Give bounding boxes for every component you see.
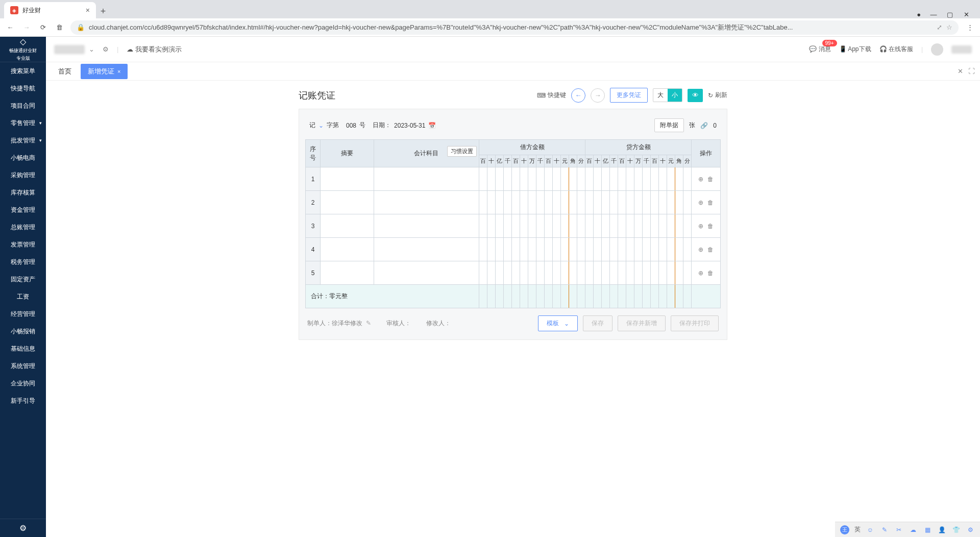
summary-cell[interactable] <box>320 214 374 238</box>
shortcut-button[interactable]: ⌨ 快捷键 <box>537 91 566 100</box>
digit-cell[interactable] <box>569 238 577 261</box>
digit-cell[interactable] <box>528 214 536 238</box>
digit-cell[interactable] <box>626 191 634 214</box>
digit-cell[interactable] <box>602 167 610 191</box>
demo-link[interactable]: ☁ 我要看实例演示 <box>127 45 182 54</box>
ime-person-icon[interactable]: 👤 <box>937 525 946 534</box>
ime-logo-icon[interactable]: 王 <box>840 525 849 534</box>
digit-cell[interactable] <box>594 191 602 214</box>
digit-cell[interactable] <box>512 167 520 191</box>
digit-cell[interactable] <box>545 191 553 214</box>
digit-cell[interactable] <box>504 214 512 238</box>
digit-cell[interactable] <box>487 214 496 238</box>
digit-cell[interactable] <box>569 167 577 191</box>
digit-cell[interactable] <box>626 167 634 191</box>
digit-cell[interactable] <box>659 261 667 285</box>
digit-cell[interactable] <box>683 214 692 238</box>
digit-cell[interactable] <box>683 191 692 214</box>
digit-cell[interactable] <box>626 214 634 238</box>
digit-cell[interactable] <box>577 167 585 191</box>
digit-cell[interactable] <box>659 191 667 214</box>
digit-cell[interactable] <box>643 167 651 191</box>
fullscreen-icon[interactable]: ⛶ <box>968 67 975 75</box>
digit-cell[interactable] <box>618 261 626 285</box>
digit-cell[interactable] <box>585 238 594 261</box>
sidebar-item[interactable]: 库存核算 <box>0 184 46 201</box>
digit-cell[interactable] <box>520 214 528 238</box>
digit-cell[interactable] <box>577 214 585 238</box>
sidebar-item[interactable]: 零售管理▾ <box>0 114 46 132</box>
digit-cell[interactable] <box>504 191 512 214</box>
digit-cell[interactable] <box>487 191 496 214</box>
digit-cell[interactable] <box>602 214 610 238</box>
digit-cell[interactable] <box>577 191 585 214</box>
digit-cell[interactable] <box>569 214 577 238</box>
refresh-button[interactable]: ↻ 刷新 <box>708 91 727 100</box>
digit-cell[interactable] <box>512 191 520 214</box>
digit-cell[interactable] <box>667 238 675 261</box>
reload-button[interactable]: ⟳ <box>38 22 48 33</box>
digit-cell[interactable] <box>536 238 545 261</box>
sidebar-item[interactable]: 小畅电商 <box>0 149 46 166</box>
tab-new-voucher[interactable]: 新增凭证 × <box>81 64 128 79</box>
digit-cell[interactable] <box>528 167 536 191</box>
digit-cell[interactable] <box>553 214 561 238</box>
sidebar-item[interactable]: 采购管理 <box>0 166 46 184</box>
copy-icon[interactable]: ⊕ <box>698 223 703 230</box>
digit-cell[interactable] <box>651 238 659 261</box>
ime-grid-icon[interactable]: ▦ <box>923 525 932 534</box>
copy-icon[interactable]: ⊕ <box>698 199 703 206</box>
digit-cell[interactable] <box>667 261 675 285</box>
template-button[interactable]: 模板 ⌄ <box>538 315 578 331</box>
digit-cell[interactable] <box>610 214 618 238</box>
digit-cell[interactable] <box>594 167 602 191</box>
copy-icon[interactable]: ⊕ <box>698 246 703 253</box>
digit-cell[interactable] <box>634 167 643 191</box>
delete-icon[interactable]: 🗑 <box>707 270 714 277</box>
digit-cell[interactable] <box>602 261 610 285</box>
sidebar-item[interactable]: 企业协同 <box>0 375 46 392</box>
digit-cell[interactable] <box>594 238 602 261</box>
sidebar-logo[interactable]: ◇ 畅捷通好业财 专业版 <box>0 37 46 62</box>
digit-cell[interactable] <box>618 214 626 238</box>
subject-cell[interactable] <box>374 261 479 285</box>
org-selector[interactable]: ⌄ <box>54 45 94 54</box>
delete-icon[interactable]: 🗑 <box>707 223 714 230</box>
close-tab-icon[interactable]: × <box>117 68 120 75</box>
digit-cell[interactable] <box>479 191 487 214</box>
star-icon[interactable]: ☆ <box>946 23 952 31</box>
digit-cell[interactable] <box>643 261 651 285</box>
digit-cell[interactable] <box>634 261 643 285</box>
digit-cell[interactable] <box>594 214 602 238</box>
subject-cell[interactable] <box>374 238 479 261</box>
copy-icon[interactable]: ⊕ <box>698 270 703 277</box>
ime-edit-icon[interactable]: ✎ <box>880 525 889 534</box>
digit-cell[interactable] <box>512 214 520 238</box>
subject-cell[interactable] <box>374 214 479 238</box>
digit-cell[interactable] <box>520 238 528 261</box>
digit-cell[interactable] <box>585 191 594 214</box>
maximize-button[interactable]: ▢ <box>946 11 953 18</box>
ime-skin-icon[interactable]: 👕 <box>951 525 961 534</box>
attach-button[interactable]: 附单据 <box>654 118 684 132</box>
digit-cell[interactable] <box>528 261 536 285</box>
digit-cell[interactable] <box>651 167 659 191</box>
tab-home[interactable]: 首页 <box>51 64 79 79</box>
digit-cell[interactable] <box>569 191 577 214</box>
digit-cell[interactable] <box>569 261 577 285</box>
url-input[interactable]: 🔒 cloud.chanjet.com/cc/u6d89qwnryel/57bf… <box>70 20 959 35</box>
digit-cell[interactable] <box>585 261 594 285</box>
digit-cell[interactable] <box>651 214 659 238</box>
save-print-button[interactable]: 保存并打印 <box>671 315 719 331</box>
delete-icon[interactable]: 🗑 <box>707 246 714 253</box>
digit-cell[interactable] <box>504 238 512 261</box>
online-service[interactable]: 🎧 在线客服 <box>879 45 913 54</box>
settings-icon[interactable]: ⚙ <box>103 45 109 53</box>
voucher-type-field[interactable]: 记 ⌄ 字第 <box>309 121 339 130</box>
digit-cell[interactable] <box>651 191 659 214</box>
digit-cell[interactable] <box>536 191 545 214</box>
digit-cell[interactable] <box>536 214 545 238</box>
link-icon[interactable]: 🔗 <box>700 122 708 129</box>
digit-cell[interactable] <box>496 191 504 214</box>
summary-cell[interactable] <box>320 191 374 214</box>
